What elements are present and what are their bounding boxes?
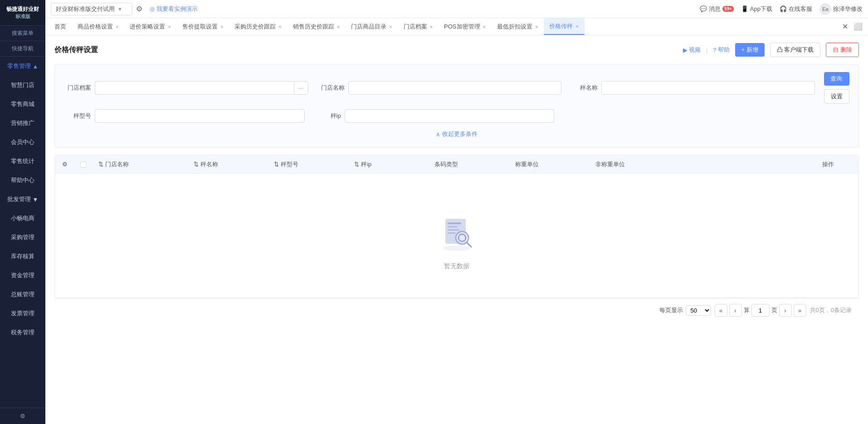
sidebar-item-member[interactable]: 会员中心	[0, 133, 45, 152]
sidebar-item-label: 营销推广	[11, 119, 34, 127]
sidebar-item-invoice-mgmt[interactable]: 发票管理	[0, 304, 45, 323]
tab-purchase-history[interactable]: 采购历史价跟踪 ×	[229, 18, 287, 35]
th-scale-name: ⇅ 秤名称	[190, 160, 270, 169]
sidebar-search[interactable]: 搜索菜单	[0, 26, 45, 41]
sidebar-item-label: 采购管理	[11, 233, 34, 241]
tab-close-icon[interactable]: ×	[430, 24, 433, 29]
edition-label: 好业财标准版交付试用	[56, 5, 115, 13]
th-settings[interactable]: ⚙	[59, 161, 77, 168]
tab-close-icon[interactable]: ×	[483, 24, 486, 29]
sidebar-item-label: 会员中心	[11, 138, 34, 146]
tab-store-file[interactable]: 门店档案 ×	[398, 18, 439, 35]
sidebar-item-inventory[interactable]: 库存核算	[0, 247, 45, 266]
tab-store-catalog[interactable]: 门店商品目录 ×	[346, 18, 398, 35]
tab-pos-mgmt[interactable]: POS加密管理 ×	[439, 18, 492, 35]
empty-text: 暂无数据	[444, 262, 469, 270]
messages-button[interactable]: 💬 消息 99+	[700, 5, 734, 13]
app-download-button[interactable]: 📱 App下载	[741, 5, 772, 13]
sort-icon[interactable]: ⇅	[354, 161, 359, 168]
store-file-input[interactable]	[95, 81, 294, 95]
tab-close-icon[interactable]: ×	[337, 24, 340, 29]
sort-icon[interactable]: ⇅	[274, 161, 279, 168]
settings-button[interactable]: 设置	[824, 89, 849, 104]
select-all-checkbox[interactable]	[80, 161, 87, 168]
tab-close-icon[interactable]: ×	[389, 24, 392, 29]
scale-name-field: 秤名称	[571, 81, 815, 95]
tab-min-discount[interactable]: 最低折扣设置 ×	[492, 18, 544, 35]
user-menu-button[interactable]: Ea 徐泽华修改	[819, 3, 863, 15]
sidebar-item-general-ledger[interactable]: 总账管理	[0, 285, 45, 304]
sidebar-settings-button[interactable]: ⚙	[0, 408, 45, 424]
sidebar-item-finance[interactable]: 资金管理	[0, 266, 45, 285]
first-page-button[interactable]: «	[715, 304, 727, 317]
per-page-label: 每页显示	[659, 306, 683, 314]
prev-page-button[interactable]: ‹	[729, 304, 742, 317]
topbar: 好业财标准版交付试用 ▼ ⚙ ◎ 我要看实例演示 💬 消息 99+ 📱 App下…	[45, 0, 868, 18]
store-file-btn[interactable]: ···	[294, 81, 308, 95]
divider: |	[706, 47, 707, 53]
maximize-window-icon[interactable]: ⬜	[852, 20, 864, 33]
store-name-input[interactable]	[348, 81, 562, 95]
tab-close-icon[interactable]: ×	[535, 24, 538, 29]
th-checkbox[interactable]	[77, 161, 95, 168]
delete-button[interactable]: 自 删除	[826, 43, 859, 57]
sidebar-item-wholesale-mgmt[interactable]: 批发管理 ▼	[0, 190, 45, 209]
app-name: 畅捷通好业财 标准版	[5, 5, 41, 20]
per-page-select[interactable]: 10 20 50 100	[686, 305, 711, 316]
tab-close-icon[interactable]: ×	[116, 24, 118, 29]
table-empty-state: 暂无数据	[55, 173, 858, 298]
sidebar-item-retail-mgmt[interactable]: 零售管理 ▲	[0, 57, 45, 76]
store-file-label: 门店档案	[64, 84, 91, 92]
sidebar-item-mini-ecom[interactable]: 小畅电商	[0, 209, 45, 228]
demo-link[interactable]: ◎ 我要看实例演示	[150, 5, 198, 13]
tab-purchase-strategy[interactable]: 进价策略设置 ×	[124, 18, 176, 35]
tab-price-scale[interactable]: 价格传秤 ×	[544, 18, 584, 35]
sidebar-item-retail-mall[interactable]: 零售商城	[0, 95, 45, 114]
th-action: 操作	[819, 160, 855, 169]
edition-dropdown[interactable]: 好业财标准版交付试用 ▼	[51, 3, 132, 15]
sort-icon[interactable]: ⇅	[98, 161, 103, 168]
sort-icon[interactable]: ⇅	[194, 161, 199, 168]
sidebar-item-retail-stats[interactable]: 零售统计	[0, 152, 45, 171]
question-icon: ?	[713, 47, 716, 53]
sidebar-item-tax-mgmt[interactable]: 税务管理	[0, 323, 45, 342]
download-button[interactable]: 凸 客户端下载	[770, 43, 821, 57]
tab-sale-history[interactable]: 销售历史价跟踪 ×	[288, 18, 346, 35]
page-input[interactable]	[751, 304, 770, 317]
sidebar-item-purchase-mgmt[interactable]: 采购管理	[0, 228, 45, 247]
tab-close-icon[interactable]: ×	[168, 24, 171, 29]
tab-label: 价格传秤	[549, 22, 573, 30]
tab-home[interactable]: 首页	[49, 18, 72, 35]
total-info: 共0页，0条记录	[810, 306, 852, 314]
tab-sale-extract[interactable]: 售价提取设置 ×	[177, 18, 229, 35]
sidebar-quick-nav[interactable]: 快捷导航	[0, 41, 45, 57]
page-title: 价格传秤设置	[54, 45, 98, 55]
scale-model-input[interactable]	[95, 109, 305, 123]
sidebar-item-smart-store[interactable]: 智慧门店	[0, 76, 45, 95]
tab-close-icon[interactable]: ×	[575, 24, 578, 29]
sidebar-item-label: 总账管理	[11, 290, 34, 299]
sidebar-item-marketing[interactable]: 营销推广	[0, 114, 45, 133]
tab-close-icon[interactable]: ×	[220, 24, 223, 29]
query-button[interactable]: 查询	[824, 72, 849, 86]
online-service-button[interactable]: 🎧 在线客服	[780, 5, 812, 13]
next-page-button[interactable]: ›	[779, 304, 792, 317]
page-content: 价格传秤设置 ▶ 视频 | ? 帮助 + 新增 凸 客户端下载	[45, 35, 868, 424]
tab-price-settings[interactable]: 商品价格设置 ×	[72, 18, 124, 35]
headset-icon: 🎧	[780, 5, 787, 12]
tab-close-icon[interactable]: ×	[278, 24, 281, 29]
scale-ip-input[interactable]	[345, 109, 555, 123]
phone-icon: 📱	[741, 5, 748, 12]
scale-name-input[interactable]	[601, 81, 815, 95]
sidebar-item-help-center[interactable]: 帮助中心	[0, 171, 45, 190]
sidebar-item-label: 税务管理	[11, 328, 34, 337]
help-link[interactable]: ? 帮助	[713, 46, 729, 54]
collapse-button[interactable]: ∧ 收起更多条件	[64, 128, 849, 140]
gear-icon: ⚙	[20, 413, 25, 419]
add-button[interactable]: + 新增	[735, 43, 765, 57]
close-window-icon[interactable]: ✕	[840, 20, 850, 33]
svg-rect-3	[448, 226, 458, 227]
last-page-button[interactable]: »	[794, 304, 806, 317]
topbar-settings-icon[interactable]: ⚙	[136, 5, 142, 13]
video-link[interactable]: ▶ 视频	[683, 46, 701, 54]
